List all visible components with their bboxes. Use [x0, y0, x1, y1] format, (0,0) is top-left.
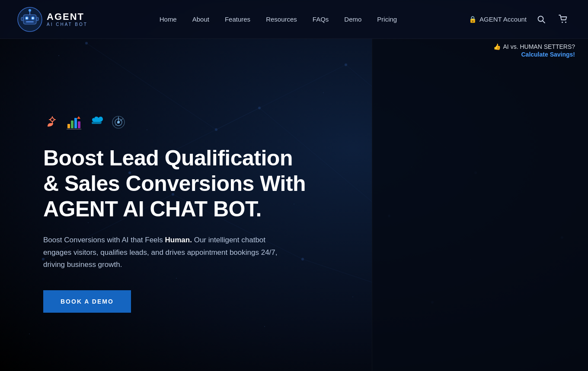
hero-section: Boost Lead Qualification & Sales Convers… [0, 39, 588, 371]
svg-point-5 [32, 17, 34, 19]
nav-features[interactable]: Features [225, 16, 250, 23]
nav-home[interactable]: Home [160, 16, 177, 23]
svg-point-4 [26, 17, 28, 19]
svg-point-8 [29, 9, 31, 12]
integration-icons [43, 114, 306, 130]
promo-text: AI vs. HUMAN SETTERS? [503, 43, 575, 50]
hero-title-line2: & Sales Conversions With [43, 171, 306, 196]
book-demo-button[interactable]: BOOK A DEMO [43, 290, 131, 313]
account-label: AGENT Account [479, 16, 527, 23]
description-bold: Human. [165, 236, 192, 244]
search-icon [537, 15, 546, 24]
cart-icon [559, 15, 568, 24]
nav-links: Home About Features Resources FAQs Demo … [160, 16, 397, 23]
logo-text: AGENT AI CHAT BOT [47, 12, 88, 27]
svg-rect-23 [74, 118, 77, 128]
svg-rect-24 [78, 121, 80, 128]
promo-top: 👍 AI vs. HUMAN SETTERS? [493, 43, 575, 50]
salesforce-icon [88, 114, 104, 130]
svg-rect-21 [67, 124, 70, 128]
nav-pricing[interactable]: Pricing [377, 16, 397, 23]
svg-point-16 [51, 118, 54, 121]
nav-resources[interactable]: Resources [266, 16, 297, 23]
svg-rect-10 [36, 17, 38, 21]
hubspot-icon [43, 114, 59, 130]
nav-actions: 🔒 AGENT Account [469, 13, 571, 26]
navbar: AGENT AI CHAT BOT Home About Features Re… [0, 0, 588, 39]
svg-point-15 [44, 115, 58, 130]
hero-description: Boost Conversions with AI that Feels Hum… [43, 234, 294, 272]
nav-about[interactable]: About [192, 16, 209, 23]
hero-title-line3: AGENT AI CHAT BOT. [43, 197, 262, 221]
nav-faqs[interactable]: FAQs [313, 16, 329, 23]
svg-rect-22 [71, 120, 74, 128]
svg-point-14 [565, 22, 566, 23]
logo-link[interactable]: AGENT AI CHAT BOT [17, 7, 88, 32]
cart-button[interactable] [556, 13, 571, 26]
description-prefix: Boost Conversions with AI that Feels [43, 236, 165, 244]
promo-savings-link[interactable]: Calculate Savings! [493, 51, 575, 58]
search-button[interactable] [534, 13, 548, 25]
nav-demo[interactable]: Demo [344, 16, 361, 23]
nav-account-link[interactable]: 🔒 AGENT Account [469, 16, 527, 23]
radar-icon [111, 114, 126, 130]
hero-title: Boost Lead Qualification & Sales Convers… [43, 146, 306, 222]
svg-rect-1 [23, 15, 36, 24]
hero-content: Boost Lead Qualification & Sales Convers… [43, 97, 306, 313]
thumbsup-icon: 👍 [493, 43, 501, 50]
promo-banner: 👍 AI vs. HUMAN SETTERS? Calculate Saving… [493, 43, 575, 58]
svg-line-12 [543, 21, 545, 23]
logo-icon [17, 7, 42, 32]
lock-icon: 🔒 [469, 16, 477, 23]
svg-rect-6 [26, 21, 34, 22]
svg-point-13 [562, 22, 563, 23]
logo-agent-text: AGENT [47, 12, 88, 22]
svg-rect-9 [21, 17, 23, 21]
hero-title-line1: Boost Lead Qualification [43, 146, 293, 170]
hero-video-panel [372, 39, 588, 371]
barchart-icon [66, 114, 81, 130]
logo-sub-text: AI CHAT BOT [47, 22, 88, 27]
